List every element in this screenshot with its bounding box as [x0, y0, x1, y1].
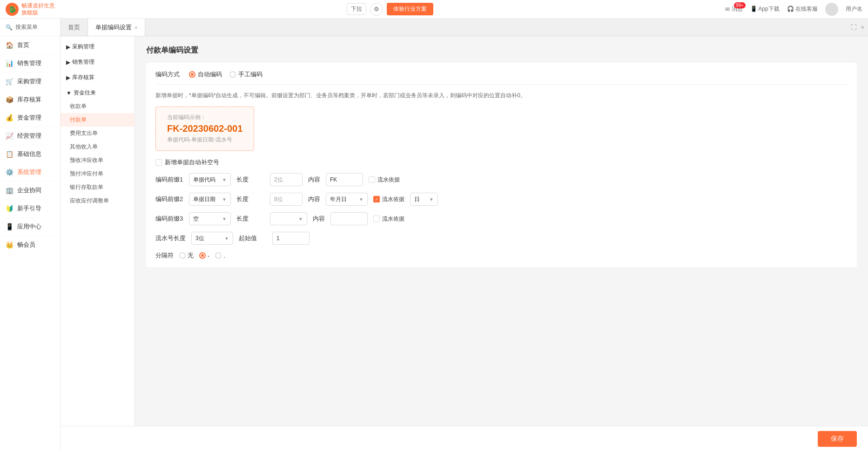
prefix2-row: 编码前缀2 单据日期 ▼ 长度 8位 内容 年月日 ▼ 流水依据 [155, 193, 848, 206]
sec-sidebar-item-adjust[interactable]: 应收应付调整单 [61, 194, 135, 208]
preview-desc: 单据代码-单据日期-流水号 [167, 136, 242, 144]
tab-home[interactable]: 首页 [61, 19, 88, 36]
sidebar-item-operation[interactable]: 📈 经营管理 [0, 127, 60, 145]
prefix3-label: 编码前缀3 [155, 215, 183, 223]
sep-dash-option[interactable]: - [199, 252, 209, 259]
tab-close-icon[interactable]: × [135, 25, 137, 30]
start-val-input[interactable]: 1 [272, 232, 310, 245]
serial-len-select[interactable]: 3位 ▼ [191, 232, 233, 245]
content2-label: 内容 [308, 195, 320, 203]
sec-sidebar-item-bank[interactable]: 银行存取款单 [61, 181, 135, 194]
bottom-bar: 保存 [61, 426, 868, 451]
waterflow2-checkbox: 流水依据 [373, 195, 404, 203]
sep-dot-option[interactable]: . [215, 252, 225, 259]
sidebar: 🔍 搜索菜单 🏠 首页 📊 销售管理 🛒 采购管理 📦 库存核算 💰 资金管理 … [0, 19, 61, 451]
group-fund-title[interactable]: ▼ 资金往来 [61, 86, 135, 100]
group-purchase-title[interactable]: ▶ 采购管理 [61, 40, 135, 54]
sidebar-item-purchase[interactable]: 🛒 采购管理 [0, 73, 60, 91]
start-val-label: 起始值 [239, 234, 267, 242]
auto-encode-radio[interactable] [189, 71, 195, 78]
sec-sidebar-item-receipt[interactable]: 收款单 [61, 100, 135, 113]
sep-dash-radio[interactable] [199, 252, 206, 259]
sales-icon: 📊 [6, 60, 13, 67]
sidebar-item-basic[interactable]: 📋 基础信息 [0, 145, 60, 163]
sidebar-item-home[interactable]: 🏠 首页 [0, 36, 60, 54]
search-menu[interactable]: 🔍 搜索菜单 [0, 19, 60, 36]
content1-input: FK [326, 173, 363, 186]
len3-label: 长度 [236, 215, 264, 223]
waterflow2-check[interactable] [373, 196, 380, 202]
encode-method-row: 编码方式 自动编码 手工编码 [155, 70, 848, 85]
logo-text: 畅通道好生意 旗舰版 [21, 2, 55, 16]
message-button[interactable]: ✉ 消息 99+ [725, 5, 743, 13]
group-sales-title[interactable]: ▶ 销售管理 [61, 55, 135, 69]
waterflow3-check[interactable] [373, 215, 380, 222]
sep-dot-radio[interactable] [215, 252, 222, 259]
tab-home-label: 首页 [68, 23, 80, 32]
sec-sidebar-item-pre-recv-offset[interactable]: 预收冲应收单 [61, 154, 135, 167]
sec-sidebar-item-payment[interactable]: 付款单 [61, 113, 135, 127]
auto-fill-row: 新增单据自动补空号 [155, 158, 848, 167]
chevron-down-icon-3: ▼ [359, 197, 363, 202]
waterflow1-checkbox: 流水依据 [369, 176, 400, 184]
sidebar-item-apps[interactable]: 📱 应用中心 [0, 218, 60, 236]
page-title: 付款单编码设置 [146, 46, 857, 55]
sidebar-item-system[interactable]: ⚙️ 系统管理 [0, 163, 60, 182]
group-inventory: ▶ 库存核算 [61, 71, 135, 84]
waterflow2-unit-select[interactable]: 日 ▼ [410, 193, 438, 206]
sidebar-item-sales[interactable]: 📊 销售管理 [0, 54, 60, 73]
prefix1-label: 编码前缀1 [155, 175, 183, 184]
manual-encode-option[interactable]: 手工编码 [229, 70, 262, 79]
sidebar-item-guide[interactable]: 🔰 新手引导 [0, 200, 60, 218]
preview-label: 当前编码示例： [167, 114, 242, 121]
group-inventory-arrow: ▶ [66, 74, 70, 81]
content3-label: 内容 [313, 215, 325, 223]
sep-none-option[interactable]: 无 [179, 251, 194, 260]
sec-sidebar-item-pre-pay-offset[interactable]: 预付冲应付单 [61, 167, 135, 181]
auto-encode-option[interactable]: 自动编码 [189, 70, 222, 79]
sec-sidebar-item-expense[interactable]: 费用支出单 [61, 127, 135, 140]
encode-method-label: 编码方式 [155, 70, 180, 79]
logo-icon: 🐉 [6, 3, 19, 16]
main-section: 编码方式 自动编码 手工编码 新增单据时，*单据编码*自动生成，不可编辑。前缀设… [146, 63, 857, 267]
topbar-settings-icon[interactable]: ⚙ [370, 3, 383, 16]
group-sales: ▶ 销售管理 [61, 55, 135, 69]
separator-row: 分隔符 无 - . [155, 251, 848, 260]
tabbar: 首页 单据编码设置 × ⛶ × [61, 19, 868, 36]
len3-select[interactable]: ▼ [270, 212, 307, 225]
prefix3-select[interactable]: 空 ▼ [189, 212, 231, 225]
sidebar-item-enterprise[interactable]: 🏢 企业协同 [0, 182, 60, 200]
manual-encode-radio[interactable] [229, 71, 236, 78]
main-area: ▶ 采购管理 ▶ 销售管理 ▶ 库存核算 ▼ 资金往来 收款单 付款单 费用支出… [61, 36, 868, 451]
sidebar-item-member[interactable]: 👑 畅会员 [0, 236, 60, 254]
content2-select[interactable]: 年月日 ▼ [326, 193, 368, 206]
operation-icon: 📈 [6, 132, 13, 140]
app-download-button[interactable]: 📱 App下载 [750, 5, 780, 13]
preview-code: FK-20230602-001 [167, 123, 242, 134]
window-maximize-icon[interactable]: ⛶ [851, 24, 857, 31]
chevron-down-icon-5: ▼ [222, 216, 227, 222]
sidebar-item-finance[interactable]: 💰 资金管理 [0, 109, 60, 127]
avatar [825, 3, 838, 16]
auto-fill-checkbox[interactable] [155, 159, 162, 166]
prefix2-label: 编码前缀2 [155, 195, 183, 203]
online-service-button[interactable]: 🎧 在线客服 [787, 5, 818, 13]
prefix3-row: 编码前缀3 空 ▼ 长度 ▼ 内容 流水依据 [155, 212, 848, 225]
info-text: 新增单据时，*单据编码*自动生成，不可编辑。前缀设置为部门、业务员等档案类，开单… [155, 91, 848, 100]
topbar-dropdown[interactable]: 下拉 [347, 3, 366, 15]
industry-button[interactable]: 体验行业方案 [387, 3, 433, 15]
sidebar-item-inventory[interactable]: 📦 库存核算 [0, 91, 60, 109]
save-button[interactable]: 保存 [818, 431, 857, 447]
topbar-center: 下拉 ⚙ 体验行业方案 [347, 3, 433, 16]
sep-none-radio[interactable] [179, 252, 186, 259]
prefix1-select[interactable]: 单据代码 ▼ [189, 173, 231, 186]
tab-encode-settings[interactable]: 单据编码设置 × [88, 19, 145, 36]
waterflow1-check[interactable] [369, 176, 375, 183]
sec-sidebar-item-other-income[interactable]: 其他收入单 [61, 140, 135, 154]
prefix2-select[interactable]: 单据日期 ▼ [189, 193, 231, 206]
window-close-icon[interactable]: × [861, 24, 864, 31]
group-inventory-title[interactable]: ▶ 库存核算 [61, 71, 135, 84]
home-icon: 🏠 [6, 41, 13, 49]
basic-icon: 📋 [6, 150, 13, 158]
preview-box: 当前编码示例： FK-20230602-001 单据代码-单据日期-流水号 [155, 107, 254, 151]
